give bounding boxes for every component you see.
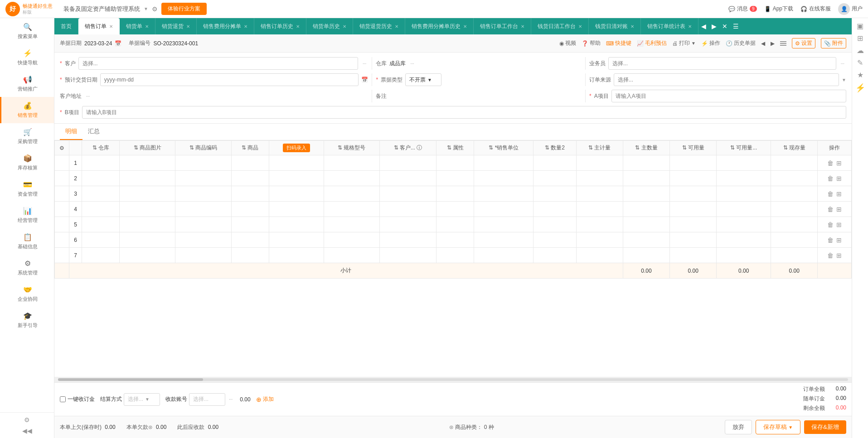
industry-solution-button[interactable]: 体验行业方案 xyxy=(161,3,207,15)
td-customer-code-3[interactable] xyxy=(379,186,436,202)
attachment-button[interactable]: 📎 附件 xyxy=(821,38,846,48)
help-button[interactable]: ❓ 帮助 xyxy=(582,39,601,47)
close-tab-icon[interactable]: ✕ xyxy=(296,24,300,29)
td-main-qty-3[interactable] xyxy=(623,186,669,202)
td-main-qty-1[interactable] xyxy=(623,155,669,171)
sort-icon[interactable]: ⇅ xyxy=(338,144,342,151)
close-tab-icon[interactable]: ✕ xyxy=(395,24,398,29)
td-main-qty-2[interactable] xyxy=(623,171,669,186)
print-dropdown-icon[interactable]: ▼ xyxy=(691,41,696,46)
tab-menu-icon[interactable]: ☰ xyxy=(730,23,742,30)
tab-nav-right[interactable]: ▶ xyxy=(709,23,719,30)
td-attr-1[interactable] xyxy=(436,155,474,171)
collapse-icon[interactable]: ◀◀ xyxy=(22,427,32,434)
td-qty2-2[interactable] xyxy=(533,171,576,186)
td-product-3[interactable] xyxy=(231,186,269,202)
sidebar-item-finance[interactable]: 💳 资金管理 xyxy=(0,176,54,202)
sidebar-item-inventory[interactable]: 📦 库存核算 xyxy=(0,149,54,176)
save-new-button[interactable]: 保存&新增 xyxy=(804,420,846,434)
close-tab-icon[interactable]: ✕ xyxy=(244,24,247,29)
profit-button[interactable]: 📈 毛利预估 xyxy=(637,39,667,47)
close-tab-icon[interactable]: ✕ xyxy=(630,24,634,29)
warehouse-more-btn[interactable]: ··· xyxy=(408,61,416,66)
tab-sales-invoice[interactable]: 销货单 ✕ xyxy=(120,18,155,34)
panel-icon-5[interactable]: ★ xyxy=(857,71,863,79)
sidebar-item-guide[interactable]: 🎓 新手引导 xyxy=(0,307,54,333)
sort-icon[interactable]: ⇅ xyxy=(783,144,788,151)
operate-button[interactable]: ⚡ 操作 xyxy=(701,39,720,47)
td-qty2-1[interactable] xyxy=(533,155,576,171)
delivery-calendar-icon[interactable]: 📅 xyxy=(361,77,368,83)
td-code-1[interactable] xyxy=(175,155,231,171)
sort-icon[interactable]: ⇅ xyxy=(134,144,138,151)
sort-icon[interactable]: ⇅ xyxy=(394,144,398,151)
grid-view-icon[interactable] xyxy=(780,41,786,46)
td-warehouse-3[interactable] xyxy=(82,186,120,202)
copy-row-icon[interactable]: ⊞ xyxy=(836,159,842,167)
delete-row-icon[interactable]: 🗑 xyxy=(827,252,834,259)
close-tab-icon[interactable]: ✕ xyxy=(463,24,467,29)
close-tab-icon[interactable]: ✕ xyxy=(145,24,149,29)
th-settings[interactable]: ⚙ xyxy=(55,141,69,155)
td-warehouse-2[interactable] xyxy=(82,171,120,186)
panel-icon-1[interactable]: ▣ xyxy=(857,22,863,30)
sidebar-item-quicknav[interactable]: ⚡ 快捷导航 xyxy=(0,44,54,71)
delete-row-icon[interactable]: 🗑 xyxy=(827,175,834,182)
td-spec-2[interactable] xyxy=(324,171,379,186)
tab-order-report[interactable]: 销售订单统计表 ✕ xyxy=(641,18,698,34)
close-tab-icon[interactable]: ✕ xyxy=(109,24,113,29)
sort-icon[interactable]: ⇅ xyxy=(242,144,246,151)
sort-icon[interactable]: ⇅ xyxy=(447,144,451,151)
tab-sales-return[interactable]: 销货退货 ✕ xyxy=(155,18,197,34)
tab-nav-left[interactable]: ◀ xyxy=(698,23,709,30)
online-service-button[interactable]: 🎧 在线客服 xyxy=(800,5,831,13)
discard-button[interactable]: 放弃 xyxy=(725,420,752,434)
shortcut-button[interactable]: ⌨ 快捷键 xyxy=(606,39,631,47)
tab-expense-split[interactable]: 销售费用分摊单 ✕ xyxy=(197,18,254,34)
nav-next-icon[interactable]: ▶ xyxy=(771,40,775,47)
tab-daily-reconcile[interactable]: 钱货日清对账 ✕ xyxy=(589,18,641,34)
sidebar-item-basic-info[interactable]: 📋 基础信息 xyxy=(0,228,54,255)
td-spec-1[interactable] xyxy=(324,155,379,171)
td-code-2[interactable] xyxy=(175,171,231,186)
sort-icon[interactable]: ⇅ xyxy=(730,144,735,151)
view-button[interactable]: ◉ 视频 xyxy=(559,39,576,47)
message-button[interactable]: 💬 消息 9 xyxy=(728,5,757,13)
tab-sales-order[interactable]: 销售订单 ✕ xyxy=(78,18,120,34)
invoice-type-select[interactable]: 不开票 ▼ xyxy=(405,73,441,86)
print-button[interactable]: 🖨 打印 ▼ xyxy=(672,39,696,47)
a-project-input[interactable] xyxy=(611,90,846,102)
copy-row-icon[interactable]: ⊞ xyxy=(836,175,842,182)
settings-gear-icon[interactable]: ⚙ xyxy=(152,5,158,13)
nav-prev-icon[interactable]: ◀ xyxy=(761,40,765,47)
system-dropdown-icon[interactable]: ▼ xyxy=(144,6,148,11)
td-unit-2[interactable] xyxy=(474,171,533,186)
panel-icon-4[interactable]: ✎ xyxy=(857,58,863,67)
tab-daily-workbench[interactable]: 钱货日清工作台 ✕ xyxy=(531,18,589,34)
scroll-thumb[interactable] xyxy=(58,378,203,381)
delete-row-icon[interactable]: 🗑 xyxy=(827,190,834,197)
copy-row-icon[interactable]: ⊞ xyxy=(836,252,842,259)
salesperson-input[interactable] xyxy=(608,57,836,70)
panel-icon-2[interactable]: ⊞ xyxy=(857,34,863,43)
payment-method-select[interactable]: 选择... ▼ xyxy=(124,393,160,406)
scan-button[interactable]: 扫码录入 xyxy=(283,144,310,152)
delete-row-icon[interactable]: 🗑 xyxy=(827,221,834,228)
app-download-button[interactable]: 📱 App下载 xyxy=(764,5,793,13)
td-product-2[interactable] xyxy=(231,171,269,186)
add-payment-button[interactable]: ⊕ 添加 xyxy=(256,395,274,403)
sort-icon[interactable]: ⇅ xyxy=(682,144,687,151)
td-spec-3[interactable] xyxy=(324,186,379,202)
close-tab-icon[interactable]: ✕ xyxy=(688,24,692,29)
settings-bottom-icon[interactable]: ⚙ xyxy=(24,416,30,424)
sidebar-item-sales[interactable]: 💰 销售管理 xyxy=(0,97,54,123)
customer-input[interactable] xyxy=(78,57,358,70)
save-draft-dropdown-icon[interactable]: ▼ xyxy=(788,425,793,430)
td-product-1[interactable] xyxy=(231,155,269,171)
table-scrollbar[interactable] xyxy=(54,377,852,382)
customer-more-btn[interactable]: ··· xyxy=(361,61,368,66)
copy-row-icon[interactable]: ⊞ xyxy=(836,221,842,228)
close-tab-icon[interactable]: ✕ xyxy=(578,24,582,29)
td-attr-3[interactable] xyxy=(436,186,474,202)
address-more-btn[interactable]: ··· xyxy=(84,94,92,99)
